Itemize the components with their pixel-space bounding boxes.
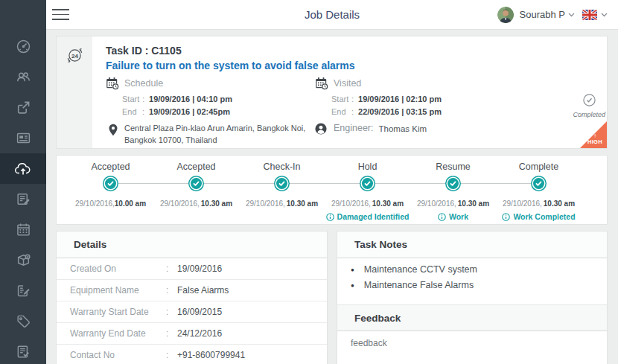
task-notes-title: Task Notes — [337, 232, 607, 258]
priority-label: ↑HIGH — [585, 133, 605, 145]
task-notes-panel: Task Notes ●Maintenance CCTV system ●Mai… — [337, 231, 608, 364]
engineer-icon — [315, 123, 327, 135]
task-card: 24 Task ID : C1105 Failure to turn on th… — [56, 36, 608, 149]
language-flag-icon[interactable] — [582, 10, 597, 20]
feedback-title: Feedback — [337, 304, 607, 331]
task-subtitle-link[interactable]: Failure to turn on the system to avoid f… — [106, 60, 607, 71]
task-id: Task ID : C1105 — [106, 45, 607, 57]
location-section: Central Plaza Pin-klao Arun Amarin, Bang… — [106, 123, 315, 146]
info-icon — [438, 213, 446, 221]
news-icon — [16, 130, 31, 146]
sidebar-item-tags[interactable] — [0, 306, 46, 336]
step-check-icon — [191, 178, 202, 189]
timeline-step: Hold 29/10/2016,10.30 am Damaged Identif… — [325, 162, 410, 221]
timeline-step: Accepted 29/10/2016,10.30 am — [153, 162, 239, 221]
cloud-upload-icon — [14, 160, 32, 178]
detail-row: Warranty Start Date:16/09/2015 — [57, 301, 327, 323]
schedule-start-value: 19/09/2016 | 04:10 pm — [149, 95, 232, 103]
completed-check-icon — [583, 94, 596, 106]
sidebar-item-dashboard[interactable] — [0, 31, 46, 62]
calendar-clock-icon — [315, 77, 328, 90]
schedule-label: Schedule — [124, 78, 163, 89]
timeline-step: Complete 29/10/2016,10.30 am Work Comple… — [496, 162, 582, 221]
engineer-label: Engineer: — [334, 123, 374, 133]
bullet-icon: ● — [351, 262, 354, 278]
status-badge: Completed — [573, 94, 605, 118]
note-item: ●Maintenance CCTV system — [351, 262, 607, 278]
note-edit-icon — [16, 283, 31, 298]
status-timeline: Accepted 29/10/2016,10.00 am Accepted 29… — [56, 155, 608, 225]
engineer-name: Thomas Kim — [379, 123, 427, 133]
avatar[interactable] — [497, 7, 514, 23]
dashboard-icon — [16, 39, 31, 54]
step-check-icon — [533, 178, 544, 189]
address-line-1: Central Plaza Pin-klao Arun Amarin, Bang… — [124, 123, 305, 135]
detail-row: Warranty End Date:24/12/2016 — [57, 323, 327, 345]
feedback-text: feedback — [337, 331, 607, 348]
sidebar-item-share[interactable] — [0, 92, 46, 123]
schedule-start-label: Start — [122, 93, 142, 106]
visited-start-value: 19/09/2016 | 02:10 pm — [358, 95, 442, 103]
tag-icon — [16, 313, 31, 329]
note-item: ●Maintenance False Alarms — [351, 278, 607, 293]
sidebar-item-customers[interactable] — [0, 62, 46, 92]
sidebar-item-notes[interactable] — [0, 275, 46, 306]
info-icon — [502, 213, 510, 221]
details-title: Details — [57, 232, 327, 258]
visited-label: Visited — [334, 78, 361, 89]
step-check-icon — [276, 178, 287, 189]
visited-section: Visited Start:19/09/2016 | 02:10 pm End:… — [315, 77, 442, 118]
calendar-clock-icon — [106, 77, 119, 90]
share-icon — [16, 100, 31, 115]
sidebar-item-calendar[interactable] — [0, 214, 46, 245]
svg-text:24: 24 — [71, 53, 78, 60]
sidebar-item-tasks[interactable] — [0, 336, 46, 364]
schedule-end-label: End — [122, 106, 142, 118]
calendar-icon — [16, 222, 31, 237]
timeline-step: Accepted 29/10/2016,10.00 am — [68, 162, 153, 221]
chevron-down-icon[interactable] — [568, 13, 575, 17]
engineer-section: Engineer: Thomas Kim — [315, 123, 427, 146]
detail-row: Contact No:+91-8600799941 — [57, 345, 327, 364]
task-type-column: 24 — [57, 36, 92, 148]
product-check-icon — [16, 252, 31, 268]
page-title: Job Details — [305, 8, 360, 21]
sidebar-item-news[interactable] — [0, 123, 46, 153]
details-panel: Details Created On:19/09/2016 Equipment … — [56, 231, 328, 364]
address-line-2: Bangkok 10700, Thailand — [124, 135, 305, 147]
sidebar — [0, 0, 46, 364]
timeline-step: Resume 29/10/2016,10.30 am Work — [410, 162, 496, 221]
sidebar-item-products[interactable] — [0, 245, 46, 275]
step-check-icon — [447, 178, 459, 189]
user-name[interactable]: Sourabh P — [520, 9, 565, 20]
info-icon — [326, 213, 334, 221]
visited-end-label: End — [331, 106, 351, 118]
customers-icon — [16, 69, 31, 85]
bullet-icon: ● — [351, 278, 354, 293]
header: Job Details Sourabh P — [46, 0, 618, 30]
schedule-section: Schedule Start:19/09/2016 | 04:10 pm End… — [106, 77, 315, 118]
chevron-down-icon[interactable] — [601, 13, 608, 17]
menu-toggle-icon[interactable] — [52, 6, 69, 23]
location-pin-icon — [108, 124, 118, 136]
detail-row: Equipment Name:False Aiarms — [57, 280, 327, 301]
schedule-end-value: 19/09/2016 | 02:45pm — [149, 107, 230, 116]
form-edit-icon — [16, 191, 31, 207]
service-24h-icon: 24 — [65, 46, 85, 66]
step-check-icon — [105, 178, 116, 189]
detail-row: Created On:19/09/2016 — [57, 258, 327, 280]
sidebar-item-jobs[interactable] — [0, 153, 46, 184]
sidebar-item-form[interactable] — [0, 184, 46, 214]
task-check-icon — [16, 344, 31, 360]
step-check-icon — [362, 178, 373, 189]
timeline-step: Check-In 29/10/2016,10.30 am — [239, 162, 325, 221]
visited-end-value: 22/09/2016 | 03:15 pm — [358, 107, 442, 116]
visited-start-label: Start — [331, 93, 351, 106]
